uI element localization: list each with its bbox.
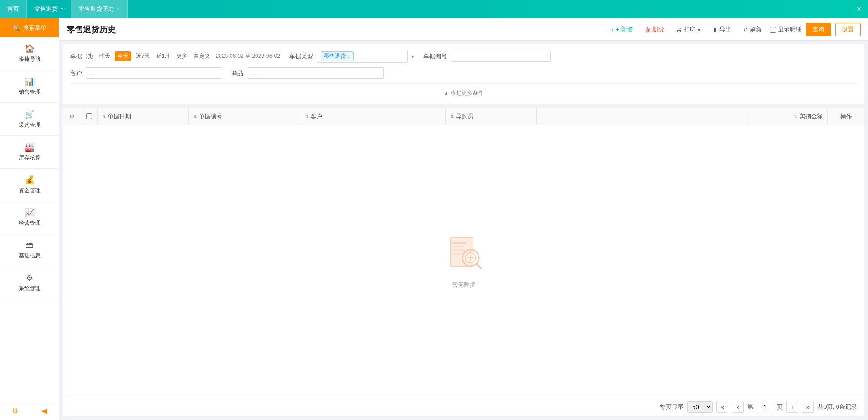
th-bill-no[interactable]: ⇅ 单据编号 <box>189 108 300 125</box>
collapse-button[interactable]: ▲ 收起更多条件 <box>444 87 484 99</box>
page-header: 零售退货历史 + + 新增 🗑 删除 🖨 打印 ▾ ⬆ 导出 <box>59 18 868 41</box>
date-opt-7days[interactable]: 近7天 <box>134 51 152 61</box>
sidebar: 🔍 搜索菜单 🏠 快捷导航 📊 销售管理 🛒 采购管理 🏭 库存核算 💰 <box>0 18 59 420</box>
th-amount[interactable]: ⇅ 实销金额 <box>750 108 828 125</box>
sidebar-item-quick-nav[interactable]: 🏠 快捷导航 <box>0 37 59 70</box>
date-opt-custom[interactable]: 自定义 <box>192 51 212 61</box>
last-page-button[interactable]: » <box>802 401 814 413</box>
bill-no-input[interactable] <box>451 51 551 62</box>
sidebar-item-sales[interactable]: 📊 销售管理 <box>0 70 59 103</box>
settings-button-toolbar[interactable]: 设置 <box>835 23 861 36</box>
show-detail-checkbox[interactable] <box>770 27 776 33</box>
print-label: 打印 <box>684 26 696 34</box>
per-page-select[interactable]: 50 20 100 <box>687 401 713 413</box>
tab-home[interactable]: 首页 <box>0 0 27 18</box>
new-label: + 新增 <box>616 26 633 34</box>
th-date[interactable]: ⇅ 单据日期 <box>98 108 189 125</box>
th-checkbox[interactable] <box>81 108 98 125</box>
sidebar-item-operation[interactable]: 📈 经营管理 <box>0 201 59 234</box>
tab-retail-return-close[interactable]: × <box>61 6 63 12</box>
th-date-sort-icon: ⇅ <box>102 114 106 119</box>
collapse-icon: ▲ <box>444 90 449 97</box>
refresh-button[interactable]: ↺ 刷新 <box>740 24 765 36</box>
refresh-label: 刷新 <box>750 26 762 34</box>
window-close-button[interactable]: × <box>850 0 868 18</box>
per-page-label: 每页显示 <box>660 403 683 411</box>
date-filter-group: 单据日期 昨天 今天 近7天 近1月 更多 自定义 2023-06-02 至 2… <box>70 51 280 61</box>
collapse-sidebar-button[interactable]: ◀ <box>41 406 47 415</box>
th-customer-sort-icon: ⇅ <box>305 114 308 119</box>
filter-row-1: 单据日期 昨天 今天 近7天 近1月 更多 自定义 2023-06-02 至 2… <box>70 50 857 63</box>
print-button[interactable]: 🖨 打印 ▾ <box>673 24 704 36</box>
sidebar-item-system[interactable]: ⚙ 系统管理 <box>0 266 59 299</box>
home-icon: 🏠 <box>25 44 35 54</box>
main-layout: 🔍 搜索菜单 🏠 快捷导航 📊 销售管理 🛒 采购管理 🏭 库存核算 💰 <box>0 18 868 420</box>
first-page-button[interactable]: « <box>716 401 728 413</box>
svg-rect-4 <box>452 253 462 255</box>
date-options: 昨天 今天 近7天 近1月 更多 自定义 <box>98 51 212 61</box>
delete-label: 删除 <box>652 26 664 34</box>
sidebar-search[interactable]: 🔍 搜索菜单 <box>0 18 59 37</box>
th-customer[interactable]: ⇅ 客户 <box>300 108 446 125</box>
toolbar: + + 新增 🗑 删除 🖨 打印 ▾ ⬆ 导出 ↺ <box>607 23 861 36</box>
th-spacer <box>537 108 750 125</box>
refresh-icon: ↺ <box>743 26 748 33</box>
new-button[interactable]: + + 新增 <box>607 24 637 36</box>
basic-info-icon: 🗃 <box>26 241 34 250</box>
date-opt-more[interactable]: 更多 <box>175 51 189 61</box>
th-settings[interactable]: ⚙ <box>63 108 81 125</box>
pagination: 每页显示 50 20 100 « ‹ 第 页 › » 共0页, 0条记录 <box>63 397 864 416</box>
top-bar: 首页 零售退货 × 零售退货历史 × × <box>0 0 868 18</box>
export-button[interactable]: ⬆ 导出 <box>709 24 735 36</box>
sidebar-item-finance[interactable]: 💰 资金管理 <box>0 169 59 201</box>
tab-retail-return-history[interactable]: 零售退货历史 × <box>71 0 127 18</box>
page-title: 零售退货历史 <box>67 24 116 35</box>
th-guide[interactable]: ⇅ 导购员 <box>446 108 537 125</box>
finance-icon: 💰 <box>25 175 35 185</box>
th-bill-no-sort-icon: ⇅ <box>193 114 197 119</box>
svg-rect-2 <box>452 246 464 247</box>
customer-input[interactable]: ... <box>86 67 222 79</box>
next-page-button[interactable]: › <box>786 401 798 413</box>
bill-type-tag-box[interactable]: 零售退货 × <box>317 50 408 63</box>
print-icon: 🖨 <box>676 26 682 33</box>
th-action-label: 操作 <box>840 113 852 121</box>
page-unit: 页 <box>777 403 783 411</box>
sidebar-item-purchase[interactable]: 🛒 采购管理 <box>0 103 59 136</box>
page-label: 第 <box>747 403 753 411</box>
svg-line-7 <box>477 264 481 268</box>
table-body: 暂无数据 <box>63 125 864 397</box>
sidebar-nav: 🏠 快捷导航 📊 销售管理 🛒 采购管理 🏭 库存核算 💰 资金管理 📈 <box>0 37 59 401</box>
bill-type-tag-remove[interactable]: × <box>348 54 350 59</box>
settings-button[interactable]: ⚙ <box>12 406 18 415</box>
tab-retail-return[interactable]: 零售退货 × <box>27 0 71 18</box>
tab-retail-return-history-close[interactable]: × <box>117 6 119 12</box>
customer-label: 客户 <box>70 69 82 77</box>
content-area: 零售退货历史 + + 新增 🗑 删除 🖨 打印 ▾ ⬆ 导出 <box>59 18 868 420</box>
svg-rect-3 <box>452 249 465 251</box>
bill-type-label: 单据类型 <box>289 52 313 61</box>
th-customer-label: 客户 <box>310 113 322 121</box>
sidebar-item-basic-info[interactable]: 🗃 基础信息 <box>0 234 59 266</box>
show-detail-toggle[interactable]: 显示明细 <box>770 26 801 34</box>
bill-no-label: 单据编号 <box>423 52 447 61</box>
date-range-display: 2023-06-02 至 2023-06-02 <box>216 52 280 60</box>
page-input[interactable] <box>757 402 773 412</box>
goods-filter-group: 商品 ... <box>231 67 384 79</box>
date-opt-today[interactable]: 今天 <box>115 51 131 61</box>
sidebar-item-inventory[interactable]: 🏭 库存核算 <box>0 136 59 169</box>
date-opt-1month[interactable]: 近1月 <box>154 51 172 61</box>
customer-ellipsis: ... <box>90 70 218 77</box>
tab-retail-return-label: 零售退货 <box>34 5 58 13</box>
date-opt-yesterday[interactable]: 昨天 <box>98 51 112 61</box>
delete-button[interactable]: 🗑 删除 <box>641 24 668 36</box>
select-all-checkbox[interactable] <box>86 113 92 119</box>
sales-icon: 📊 <box>25 77 35 87</box>
prev-page-button[interactable]: ‹ <box>732 401 744 413</box>
tab-home-label: 首页 <box>7 5 19 13</box>
sidebar-item-basic-info-label: 基础信息 <box>19 252 41 260</box>
goods-input[interactable]: ... <box>247 67 384 79</box>
date-filter-label: 单据日期 <box>70 52 94 61</box>
query-button[interactable]: 查询 <box>806 23 831 36</box>
show-detail-text: 显示明细 <box>778 26 801 34</box>
